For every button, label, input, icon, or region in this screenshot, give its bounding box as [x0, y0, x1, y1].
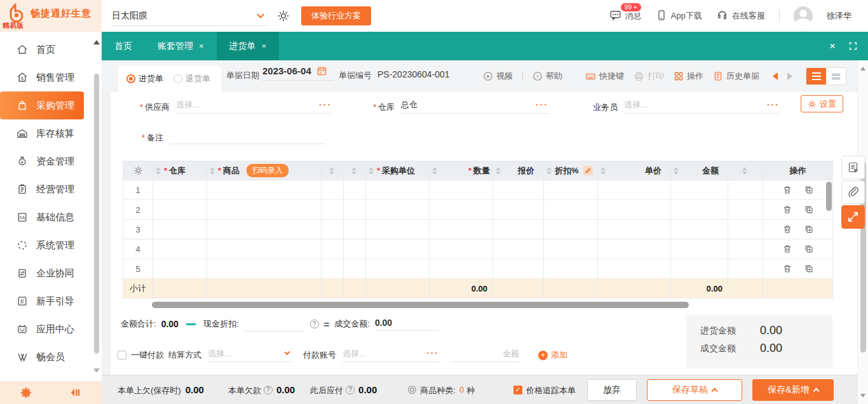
copy-row-icon[interactable]	[804, 224, 814, 234]
pay-account-picker-icon[interactable]: ···	[426, 350, 439, 356]
empty-cell[interactable]	[598, 239, 671, 259]
operations-button[interactable]: 操作	[674, 71, 703, 82]
col-header-price[interactable]: 单价	[598, 161, 671, 180]
sidebar-item-inventory[interactable]: 库存核算	[0, 119, 84, 147]
app-download-button[interactable]: App下载	[656, 10, 702, 23]
salesman-picker-icon[interactable]: ···	[767, 102, 780, 108]
empty-cell[interactable]	[153, 239, 207, 259]
video-button[interactable]: 视频	[483, 71, 513, 82]
history-button[interactable]: 历史单据	[713, 71, 759, 82]
empty-cell[interactable]	[493, 220, 544, 239]
settings-gear-icon[interactable]	[277, 10, 290, 22]
help-button[interactable]: ? 帮助	[532, 71, 562, 82]
help-circle-icon[interactable]: ?	[264, 386, 273, 394]
delete-row-icon[interactable]	[782, 205, 792, 215]
empty-cell[interactable]	[153, 200, 207, 220]
empty-cell[interactable]	[366, 180, 430, 200]
copy-row-icon[interactable]	[804, 244, 814, 254]
empty-cell[interactable]	[493, 259, 544, 279]
sidebar-item-member[interactable]: 畅会员	[0, 343, 84, 371]
sidebar-item-sales[interactable]: $ 销售管理	[0, 64, 84, 91]
remark-input[interactable]	[170, 130, 325, 140]
sort-icon[interactable]	[432, 165, 437, 177]
col-header-warehouse[interactable]: 仓库	[153, 161, 207, 180]
settle-method-input[interactable]	[208, 349, 283, 358]
sort-icon[interactable]	[156, 165, 161, 177]
empty-cell[interactable]	[430, 220, 493, 239]
empty-cell[interactable]	[671, 239, 728, 259]
edit-discount-icon[interactable]	[583, 166, 593, 175]
empty-cell[interactable]	[207, 200, 322, 220]
online-service-button[interactable]: 在线客服	[716, 9, 765, 23]
empty-cell[interactable]	[366, 259, 430, 279]
empty-cell[interactable]	[671, 259, 728, 279]
fullscreen-icon[interactable]	[848, 41, 858, 51]
empty-cell[interactable]	[153, 220, 207, 239]
scroll-up-icon[interactable]	[860, 64, 865, 71]
column-settings-button[interactable]: 设置	[801, 95, 843, 112]
table-horizontal-scrollbar[interactable]	[123, 302, 832, 309]
sort-icon[interactable]	[351, 165, 356, 177]
sidebar-item-guide[interactable]: 新 新手引导	[0, 287, 84, 315]
sidebar-collapse-icon[interactable]	[70, 387, 81, 398]
col-header-unit[interactable]: 采购单位	[366, 161, 430, 180]
copy-row-icon[interactable]	[804, 185, 814, 195]
empty-cell[interactable]	[544, 180, 598, 200]
sort-icon[interactable]	[546, 165, 552, 177]
col-header-amount[interactable]: 金额	[671, 161, 728, 180]
empty-cell[interactable]	[493, 239, 544, 259]
empty-cell[interactable]	[207, 239, 322, 259]
delete-row-icon[interactable]	[782, 244, 792, 254]
col-header-quote[interactable]: 报价	[493, 161, 544, 180]
supplier-picker-icon[interactable]: ···	[319, 102, 332, 108]
empty-cell[interactable]	[207, 259, 322, 279]
empty-cell[interactable]	[366, 220, 430, 239]
empty-cell[interactable]	[598, 220, 671, 239]
tab-home[interactable]: 首页	[102, 32, 145, 60]
delete-row-icon[interactable]	[782, 185, 792, 195]
empty-cell[interactable]	[153, 259, 207, 279]
sidebar-scroll-up-icon[interactable]	[93, 37, 100, 44]
warehouse-input[interactable]	[401, 100, 536, 109]
empty-cell[interactable]	[344, 220, 366, 239]
sort-icon[interactable]	[496, 165, 501, 177]
empty-cell[interactable]	[344, 239, 366, 259]
company-select[interactable]: 日太阳膜	[112, 6, 267, 26]
table-vertical-scrollbar[interactable]	[826, 182, 832, 211]
empty-cell[interactable]	[728, 259, 763, 279]
attachment-button[interactable]	[841, 180, 865, 204]
sidebar-item-system[interactable]: 系统管理	[0, 231, 84, 259]
delete-row-icon[interactable]	[782, 264, 792, 274]
sort-icon[interactable]	[742, 165, 747, 177]
sort-icon[interactable]	[329, 165, 334, 177]
draft-notes-button[interactable]: 草	[841, 156, 865, 179]
bill-type-return-radio[interactable]: 退货单	[173, 73, 210, 84]
empty-cell[interactable]	[544, 220, 598, 239]
copy-row-icon[interactable]	[804, 264, 814, 274]
empty-cell[interactable]	[493, 200, 544, 220]
empty-cell[interactable]	[322, 259, 344, 279]
empty-cell[interactable]	[430, 259, 493, 279]
empty-cell[interactable]	[728, 200, 763, 220]
scan-entry-button[interactable]: 扫码录入	[247, 164, 288, 177]
empty-cell[interactable]	[344, 200, 366, 220]
expand-button[interactable]	[841, 205, 865, 229]
date-field[interactable]: 2023-06-04	[262, 65, 334, 81]
print-button[interactable]: 打印	[634, 71, 664, 82]
col-header-product[interactable]: 商品扫码录入	[207, 161, 322, 180]
empty-cell[interactable]	[728, 239, 763, 259]
tab-account-management[interactable]: 账套管理 ×	[145, 32, 217, 60]
supplier-input[interactable]	[176, 100, 319, 109]
pay-amount-input[interactable]	[451, 349, 519, 358]
hotkeys-button[interactable]: 快捷键	[585, 71, 624, 82]
sidebar-item-funds[interactable]: ¥ 资金管理	[0, 147, 84, 175]
messages-button[interactable]: 消息 99 +	[609, 9, 642, 23]
col-header-qty[interactable]: 数量	[430, 161, 493, 180]
sidebar-item-base-info[interactable]: EA 基础信息	[0, 203, 84, 231]
sidebar-item-collab[interactable]: 企业协同	[0, 259, 84, 287]
empty-cell[interactable]	[728, 220, 763, 239]
empty-cell[interactable]	[153, 180, 207, 200]
sort-icon[interactable]	[210, 165, 215, 177]
next-doc-icon[interactable]	[787, 72, 796, 80]
empty-cell[interactable]	[544, 200, 598, 220]
